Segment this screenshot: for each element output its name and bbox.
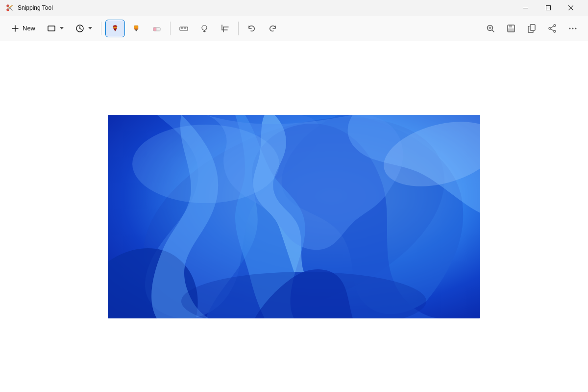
save-icon <box>507 24 515 33</box>
clock-icon <box>75 24 84 33</box>
new-label: New <box>23 25 35 32</box>
minimize-button[interactable] <box>514 0 537 16</box>
svg-rect-19 <box>153 27 156 31</box>
ruler-button[interactable] <box>174 20 193 37</box>
svg-rect-38 <box>530 25 535 30</box>
svg-point-44 <box>569 27 571 29</box>
plus-icon <box>11 24 20 33</box>
svg-point-45 <box>572 27 574 29</box>
svg-line-43 <box>551 29 554 31</box>
save-button[interactable] <box>502 20 520 37</box>
eraser-button[interactable] <box>147 20 166 37</box>
close-button[interactable] <box>560 0 582 16</box>
maximize-button[interactable] <box>537 0 560 16</box>
app-icon <box>6 4 14 12</box>
new-button[interactable]: New <box>6 20 40 37</box>
app-title: Snipping Tool <box>18 4 53 11</box>
svg-line-13 <box>80 28 81 29</box>
redo-button[interactable] <box>263 20 282 37</box>
svg-rect-10 <box>48 26 55 31</box>
delay-button[interactable] <box>71 20 97 37</box>
share-button[interactable] <box>543 20 562 37</box>
svg-point-46 <box>575 27 577 29</box>
title-bar: Snipping Tool <box>0 0 588 16</box>
wallpaper-svg <box>108 115 480 318</box>
zoom-in-button[interactable] <box>481 20 500 37</box>
highlighter-icon <box>132 24 141 33</box>
toolbar: New <box>0 16 588 41</box>
svg-point-39 <box>554 25 556 26</box>
svg-line-42 <box>551 26 554 28</box>
mode-dropdown-arrow <box>60 27 64 29</box>
svg-rect-17 <box>134 28 138 29</box>
zoom-in-icon <box>486 24 495 33</box>
undo-button[interactable] <box>243 20 261 37</box>
separator-3 <box>238 22 239 35</box>
undo-icon <box>247 24 256 33</box>
svg-line-34 <box>492 30 494 32</box>
touch-icon <box>200 24 209 33</box>
svg-rect-4 <box>523 8 528 8</box>
more-options-button[interactable] <box>564 20 582 37</box>
pen-icon <box>111 24 120 33</box>
more-icon <box>568 24 577 33</box>
window-controls <box>514 0 582 16</box>
svg-point-41 <box>549 27 551 29</box>
delay-dropdown-arrow <box>88 27 92 29</box>
crop-icon <box>220 24 229 33</box>
svg-rect-15 <box>114 27 117 28</box>
svg-rect-20 <box>180 27 188 30</box>
svg-rect-37 <box>508 28 514 31</box>
highlighter-button[interactable] <box>127 20 146 37</box>
eraser-icon <box>152 24 161 33</box>
separator-2 <box>170 22 171 35</box>
title-bar-left: Snipping Tool <box>6 4 53 12</box>
share-icon <box>548 24 557 33</box>
redo-icon <box>268 24 277 33</box>
screenshot-image <box>108 115 480 318</box>
svg-rect-36 <box>509 25 512 27</box>
rectangle-icon <box>47 24 56 33</box>
pen-button[interactable] <box>105 20 125 37</box>
mode-button[interactable] <box>42 20 69 37</box>
ruler-icon <box>179 24 188 33</box>
svg-point-50 <box>132 125 279 203</box>
copy-button[interactable] <box>522 20 541 37</box>
canvas-area <box>0 41 588 392</box>
touch-button[interactable] <box>195 20 214 37</box>
svg-rect-5 <box>546 6 551 10</box>
svg-point-40 <box>554 30 556 32</box>
crop-button[interactable] <box>216 20 234 37</box>
separator-1 <box>101 22 101 35</box>
copy-icon <box>527 24 536 33</box>
